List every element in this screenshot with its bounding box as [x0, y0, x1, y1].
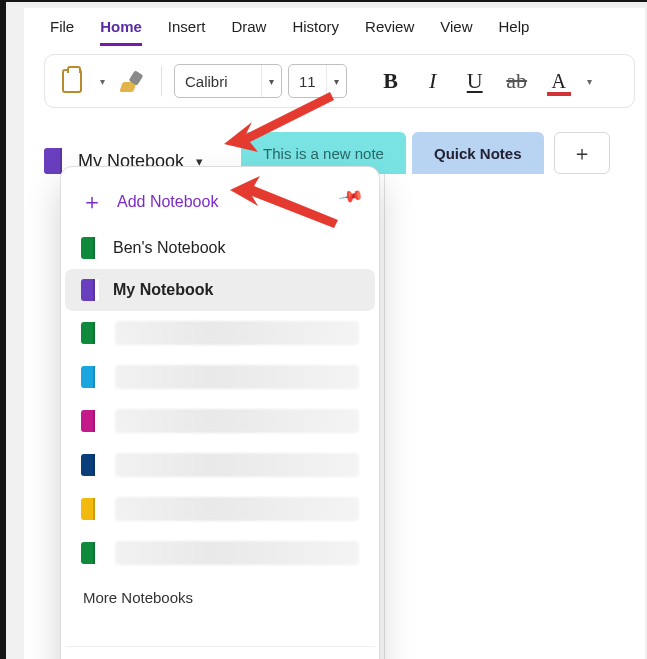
menu-item-view[interactable]: View: [440, 18, 472, 46]
separator: [65, 646, 375, 647]
notebook-item[interactable]: [65, 399, 375, 443]
redacted-label: [115, 365, 359, 389]
notebook-item[interactable]: [65, 443, 375, 487]
redacted-label: [115, 453, 359, 477]
redacted-label: [115, 409, 359, 433]
underline-button[interactable]: U: [457, 63, 493, 99]
more-notebooks-label: More Notebooks: [83, 589, 193, 606]
notebook-item[interactable]: [65, 487, 375, 531]
chevron-down-icon[interactable]: ▾: [326, 65, 346, 97]
ribbon: ▾ Calibri ▾ 11 ▾ B I U ab A ▾: [44, 54, 635, 108]
notebook-icon: [81, 322, 99, 344]
notebook-item-label: My Notebook: [113, 281, 213, 299]
pin-icon[interactable]: 📌: [337, 183, 364, 210]
notebook-icon: [81, 498, 99, 520]
section-tab-quicknotes[interactable]: Quick Notes: [412, 132, 544, 174]
tab-label: Quick Notes: [434, 145, 522, 162]
chevron-down-icon[interactable]: ▾: [261, 65, 281, 97]
notebook-item-label: Ben's Notebook: [113, 239, 225, 257]
tab-label: This is a new note: [263, 145, 384, 162]
format-painter-button[interactable]: [115, 64, 149, 98]
brush-icon: [121, 70, 143, 92]
bold-button[interactable]: B: [373, 63, 409, 99]
notebook-icon: [81, 279, 99, 301]
clipboard-icon: [62, 69, 82, 93]
plus-icon: ＋: [572, 140, 592, 167]
font-color-button[interactable]: A: [541, 63, 577, 99]
separator: [161, 66, 162, 96]
font-family-value: Calibri: [175, 73, 261, 90]
notebook-icon: [81, 237, 99, 259]
add-notebook-button[interactable]: ＋ Add Notebook 📌: [65, 177, 375, 227]
redacted-label: [115, 321, 359, 345]
font-family-combo[interactable]: Calibri ▾: [174, 64, 282, 98]
strikethrough-button[interactable]: ab: [499, 63, 535, 99]
menu-item-home[interactable]: Home: [100, 18, 142, 46]
notebook-item[interactable]: [65, 355, 375, 399]
menu-item-help[interactable]: Help: [499, 18, 530, 46]
menu-item-draw[interactable]: Draw: [231, 18, 266, 46]
paste-button[interactable]: [55, 64, 89, 98]
redacted-label: [115, 541, 359, 565]
more-notebooks-button[interactable]: More Notebooks: [65, 575, 375, 620]
italic-button[interactable]: I: [415, 63, 451, 99]
notebook-icon: [81, 366, 99, 388]
notebook-icon: [81, 542, 99, 564]
add-section-button[interactable]: ＋: [554, 132, 610, 174]
add-notebook-label: Add Notebook: [117, 193, 218, 211]
notebook-popover: ＋ Add Notebook 📌 Ben's NotebookMy Notebo…: [60, 166, 380, 659]
menu-bar: FileHomeInsertDrawHistoryReviewViewHelp: [24, 8, 645, 46]
quick-notes-button[interactable]: Quick Notes: [65, 651, 375, 659]
redacted-label: [115, 497, 359, 521]
font-size-combo[interactable]: 11 ▾: [288, 64, 347, 98]
notebook-icon: [81, 454, 99, 476]
plus-icon: ＋: [81, 187, 103, 217]
paste-caret[interactable]: ▾: [95, 76, 109, 87]
menu-item-history[interactable]: History: [292, 18, 339, 46]
menu-item-file[interactable]: File: [50, 18, 74, 46]
notebook-icon: [81, 410, 99, 432]
font-size-value: 11: [289, 73, 326, 90]
page-divider: [384, 174, 385, 659]
notebook-item[interactable]: My Notebook: [65, 269, 375, 311]
notebook-item[interactable]: Ben's Notebook: [65, 227, 375, 269]
notebook-item[interactable]: [65, 531, 375, 575]
notebook-item[interactable]: [65, 311, 375, 355]
menu-item-insert[interactable]: Insert: [168, 18, 206, 46]
menu-item-review[interactable]: Review: [365, 18, 414, 46]
font-color-caret[interactable]: ▾: [583, 76, 597, 87]
